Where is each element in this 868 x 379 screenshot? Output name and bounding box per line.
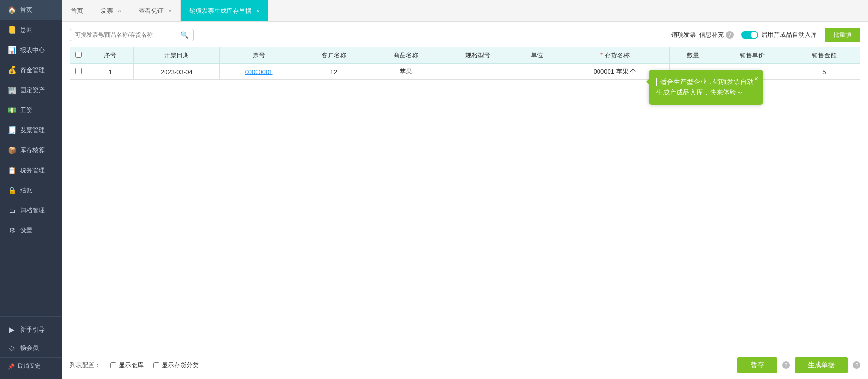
toggle-label: 启用产成品自动入库 xyxy=(761,31,817,39)
sidebar-item-settings[interactable]: ⚙ 设置 xyxy=(0,221,62,241)
generate-button[interactable]: 生成单据 xyxy=(795,357,848,373)
reports-icon: 📊 xyxy=(8,46,16,54)
sidebar: 🏠 首页 📒 总账 📊 报表中心 💰 资金管理 🏢 固定资产 💵 工资 🧾 发票… xyxy=(0,0,62,379)
sidebar-item-label: 报表中心 xyxy=(20,46,45,54)
toolbar-row: 🔍 销项发票_信息补充 ? 启用产成品自动入库 批量填 xyxy=(70,28,860,42)
row-customer: 12 xyxy=(298,64,370,80)
th-quantity: 数量 xyxy=(670,47,716,64)
save-button[interactable]: 暂存 xyxy=(737,357,777,373)
bottom-bar: 列表配置： 显示仓库 显示存货分类 暂存 ? 生成单据 ? xyxy=(62,351,868,379)
th-unit: 单位 xyxy=(514,47,560,64)
info-label-text: 销项发票_信息补充 xyxy=(671,31,724,39)
tooltip-close-button[interactable]: × xyxy=(754,74,758,84)
tab-generate-label: 销项发票生成库存单据 xyxy=(189,7,251,15)
config-label: 列表配置： xyxy=(70,361,101,369)
content-area: 🔍 销项发票_信息补充 ? 启用产成品自动入库 批量填 xyxy=(62,22,868,351)
th-spec: 规格型号 xyxy=(442,47,514,64)
table-header: 序号 开票日期 票号 客户名称 商品名称 规格型号 单位 存货名称 数量 销售单… xyxy=(70,47,860,64)
th-seq: 序号 xyxy=(87,47,134,64)
show-warehouse-checkbox[interactable]: 显示仓库 xyxy=(110,361,144,369)
sidebar-item-closing[interactable]: 🔒 结账 xyxy=(0,180,62,200)
tooltip-popup: × 适合生产型企业，销项发票自动生成产成品入库，快来体验～ xyxy=(649,70,763,105)
tab-home-label: 首页 xyxy=(71,7,83,15)
show-warehouse-label: 显示仓库 xyxy=(119,361,144,369)
row-product: 苹果 xyxy=(370,64,442,80)
tab-voucher[interactable]: 查看凭证 × xyxy=(130,0,181,21)
batch-fill-button[interactable]: 批量填 xyxy=(825,28,860,42)
row-date: 2023-03-04 xyxy=(134,64,220,80)
guide-icon: ▶ xyxy=(8,326,16,334)
tab-bar: 首页 发票 × 查看凭证 × 销项发票生成库存单据 × xyxy=(62,0,868,22)
tab-home[interactable]: 首页 xyxy=(62,0,92,21)
sidebar-item-member[interactable]: ◇ 畅会员 xyxy=(0,339,62,357)
sidebar-item-archive[interactable]: 🗂 归档管理 xyxy=(0,200,62,221)
save-info-icon[interactable]: ? xyxy=(782,361,790,369)
toolbar-right: 销项发票_信息补充 ? 启用产成品自动入库 批量填 xyxy=(671,28,860,42)
th-invoice-no: 票号 xyxy=(220,47,298,64)
info-label: 销项发票_信息补充 ? xyxy=(671,31,734,39)
row-checkbox-cell xyxy=(70,64,87,80)
row-seq: 1 xyxy=(87,64,134,80)
info-icon[interactable]: ? xyxy=(726,31,734,39)
sidebar-item-reports[interactable]: 📊 报表中心 xyxy=(0,40,62,60)
row-spec xyxy=(442,64,514,80)
row-unit xyxy=(514,64,560,80)
unpin-button[interactable]: 📌 取消固定 xyxy=(0,357,62,375)
row-invoice-no[interactable]: 00000001 xyxy=(220,64,298,80)
sidebar-item-home[interactable]: 🏠 首页 xyxy=(0,0,62,20)
th-date: 开票日期 xyxy=(134,47,220,64)
tab-invoice-close[interactable]: × xyxy=(118,8,121,14)
sidebar-item-tax[interactable]: 📋 税务管理 xyxy=(0,160,62,180)
th-inventory: 存货名称 xyxy=(560,47,670,64)
auto-warehouse-toggle[interactable] xyxy=(741,31,758,39)
salary-icon: 💵 xyxy=(8,106,16,115)
show-category-checkbox[interactable]: 显示存货分类 xyxy=(153,361,199,369)
assets-icon: 🏢 xyxy=(8,86,16,95)
search-icon[interactable]: 🔍 xyxy=(180,31,188,39)
sidebar-item-label: 结账 xyxy=(20,186,32,195)
bottom-bar-actions: 暂存 ? 生成单据 ? xyxy=(737,357,860,373)
row-amount: 5 xyxy=(788,64,860,80)
warehouse-checkbox-input[interactable] xyxy=(110,362,116,368)
sidebar-item-label: 发票管理 xyxy=(20,126,45,135)
unpin-label: 取消固定 xyxy=(18,362,41,370)
category-checkbox-input[interactable] xyxy=(153,362,159,368)
sidebar-item-salary[interactable]: 💵 工资 xyxy=(0,100,62,120)
th-product: 商品名称 xyxy=(370,47,442,64)
sidebar-item-funds[interactable]: 💰 资金管理 xyxy=(0,60,62,80)
th-unit-price: 销售单价 xyxy=(716,47,788,64)
tab-invoice[interactable]: 发票 × xyxy=(92,0,130,21)
archive-icon: 🗂 xyxy=(8,207,16,215)
tab-generate[interactable]: 销项发票生成库存单据 × xyxy=(181,0,268,21)
tab-voucher-label: 查看凭证 xyxy=(139,7,164,15)
search-box[interactable]: 🔍 xyxy=(70,29,194,41)
invoice-icon: 🧾 xyxy=(8,126,16,135)
sidebar-item-label: 资金管理 xyxy=(20,66,45,74)
inventory-icon: 📦 xyxy=(8,146,16,155)
th-checkbox xyxy=(70,47,87,64)
tab-generate-close[interactable]: × xyxy=(256,8,259,14)
toggle-wrap: 启用产成品自动入库 xyxy=(741,31,817,39)
sidebar-bottom: ▶ 新手引导 ◇ 畅会员 📌 取消固定 xyxy=(0,316,62,379)
sidebar-item-inventory[interactable]: 📦 库存核算 xyxy=(0,140,62,160)
search-input[interactable] xyxy=(75,32,177,38)
ledger-icon: 📒 xyxy=(8,26,16,34)
settings-icon: ⚙ xyxy=(8,226,16,235)
tab-voucher-close[interactable]: × xyxy=(168,8,172,14)
row-checkbox[interactable] xyxy=(75,68,82,74)
home-icon: 🏠 xyxy=(8,6,16,14)
sidebar-item-label: 设置 xyxy=(20,226,32,235)
generate-info-icon[interactable]: ? xyxy=(853,361,860,369)
sidebar-item-ledger[interactable]: 📒 总账 xyxy=(0,20,62,40)
funds-icon: 💰 xyxy=(8,66,16,74)
closing-icon: 🔒 xyxy=(8,186,16,195)
sidebar-item-invoice[interactable]: 🧾 发票管理 xyxy=(0,120,62,140)
pin-icon: 📌 xyxy=(8,363,15,370)
select-all-checkbox[interactable] xyxy=(75,52,82,58)
member-icon: ◇ xyxy=(8,344,16,352)
tooltip-text: 适合生产型企业，销项发票自动生成产成品入库，快来体验～ xyxy=(656,78,754,96)
tax-icon: 📋 xyxy=(8,166,16,175)
sidebar-item-label: 畅会员 xyxy=(20,344,39,352)
sidebar-item-guide[interactable]: ▶ 新手引导 xyxy=(0,321,62,339)
sidebar-item-assets[interactable]: 🏢 固定资产 xyxy=(0,80,62,100)
